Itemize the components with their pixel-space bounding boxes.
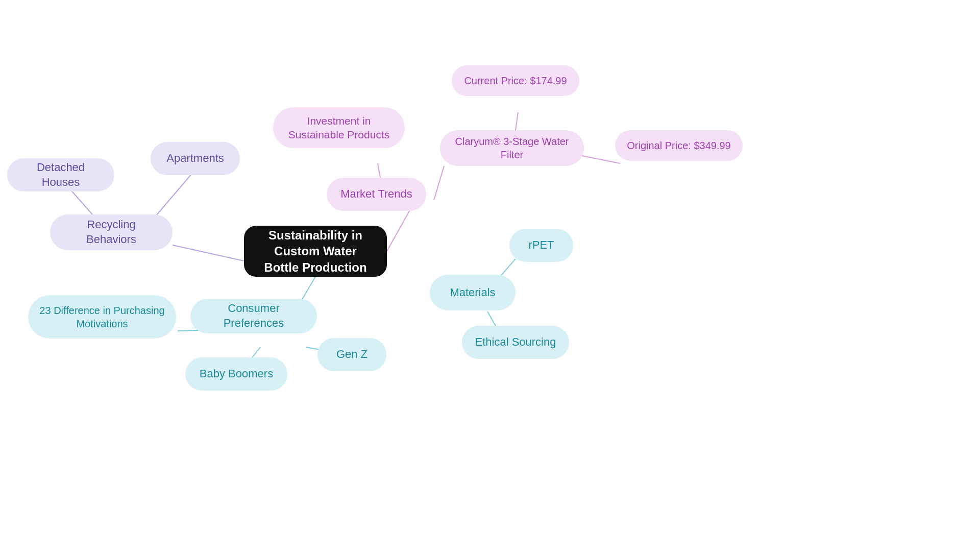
svg-line-5 bbox=[434, 166, 444, 200]
detached-houses-node: Detached Houses bbox=[7, 158, 114, 191]
market-trends-node: Market Trends bbox=[327, 178, 426, 211]
svg-line-3 bbox=[387, 208, 411, 251]
consumer-preferences-node: Consumer Preferences bbox=[190, 299, 317, 333]
investment-sustainable-node: Investment in Sustainable Products bbox=[273, 107, 405, 148]
materials-node: Materials bbox=[430, 275, 516, 310]
recycling-behaviors-node: Recycling Behaviors bbox=[50, 214, 173, 250]
apartments-node: Apartments bbox=[151, 142, 240, 175]
svg-line-7 bbox=[582, 156, 620, 163]
gen-z-node: Gen Z bbox=[317, 338, 386, 371]
center-node: Sustainability in Custom Water Bottle Pr… bbox=[244, 226, 387, 277]
purchasing-motivations-node: 23 Difference in Purchasing Motivations bbox=[28, 295, 176, 339]
ethical-sourcing-node: Ethical Sourcing bbox=[462, 326, 569, 359]
current-price-node: Current Price: $174.99 bbox=[452, 65, 579, 96]
rpet-node: rPET bbox=[509, 229, 573, 262]
claryum-node: Claryum® 3-Stage Water Filter bbox=[440, 130, 584, 166]
original-price-node: Original Price: $349.99 bbox=[615, 130, 743, 161]
baby-boomers-node: Baby Boomers bbox=[185, 357, 287, 391]
